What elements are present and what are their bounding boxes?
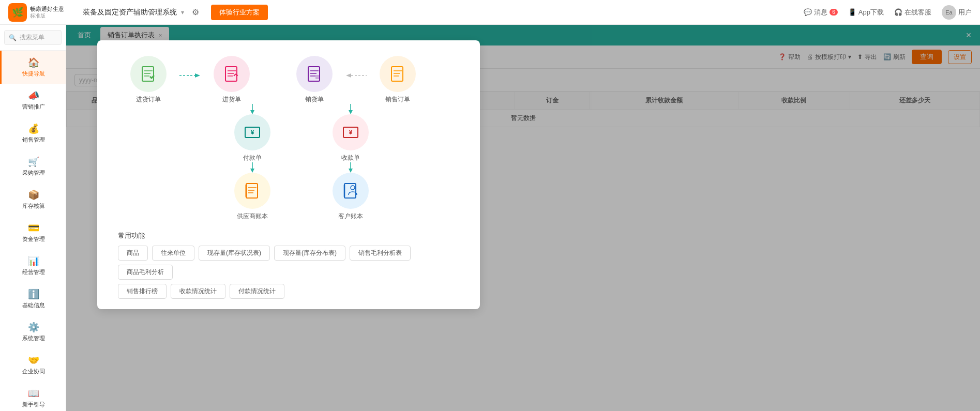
system-icon: ⚙️ — [28, 322, 39, 333]
workflow-top-row: 进货订单 — [118, 56, 428, 104]
purchase-icon: 🛒 — [28, 156, 39, 168]
common-functions-section: 常用功能 商品 往来单位 现存量(库存状况表) 现存量(库存分布表) 销售毛利分… — [118, 231, 459, 299]
svg-marker-5 — [195, 73, 200, 78]
supplier-ledger-circle — [234, 173, 270, 209]
workflow-middle-row: ¥ 付款单 ¥ — [118, 114, 428, 162]
wf-supplier-ledger[interactable]: 供应商账本 — [216, 173, 289, 221]
wf-payment-slip[interactable]: ¥ 付款单 — [216, 114, 289, 162]
nav-label-guide: 新手引导 — [22, 401, 45, 408]
sidebar-search: 🔍 搜索菜单 — [0, 25, 66, 51]
sidebar-item-system[interactable]: ⚙️ 系统管理 — [0, 315, 66, 348]
payment-slip-label: 付款单 — [243, 154, 262, 162]
svg-marker-32 — [349, 169, 353, 173]
guide-icon: 📖 — [28, 388, 39, 399]
purchase-receipt-label: 进货单 — [222, 95, 241, 104]
message-badge: 6 — [830, 9, 838, 16]
logo-area: 🌿 畅康通好生意 标准版 — [8, 3, 74, 22]
purchase-order-circle — [130, 56, 167, 92]
sidebar-item-inventory[interactable]: 📦 库存核算 — [0, 183, 66, 216]
workflow-layout: 进货订单 — [118, 56, 428, 221]
down-arrow-icon-3 — [249, 162, 255, 173]
common-btn-stock-status[interactable]: 现存量(库存状况表) — [199, 246, 270, 261]
purchase-order-label: 进货订单 — [136, 95, 161, 104]
nav-label-inventory: 库存核算 — [22, 202, 45, 210]
wf-receipt-slip[interactable]: ¥ 收款单 — [314, 114, 387, 162]
svg-rect-40 — [343, 185, 345, 197]
user-menu[interactable]: Ea 用户 — [942, 5, 972, 20]
svg-rect-0 — [142, 67, 154, 81]
svg-rect-37 — [245, 185, 247, 197]
svg-text:¥: ¥ — [251, 129, 254, 136]
svg-point-39 — [351, 186, 355, 190]
common-btn-sales-rank[interactable]: 销售排行榜 — [118, 284, 167, 299]
nav-label-finance: 资金管理 — [22, 235, 45, 243]
sidebar: 🔍 搜索菜单 🏠 快捷导航 📣 营销推广 💰 销售管理 🛒 — [0, 25, 66, 411]
sidebar-item-finance[interactable]: 💳 资金管理 — [0, 216, 66, 249]
nav-label-purchase: 采购管理 — [22, 169, 45, 177]
common-btn-receipt-stat[interactable]: 收款情况统计 — [171, 284, 225, 299]
svg-marker-24 — [349, 110, 353, 114]
common-btn-goods[interactable]: 商品 — [118, 246, 148, 261]
quick-nav-modal: 进货订单 — [97, 40, 480, 309]
svg-rect-17 — [391, 67, 403, 81]
message-btn[interactable]: 💬 消息 6 — [804, 8, 838, 17]
common-btn-sales-profit[interactable]: 销售毛利分析表 — [350, 246, 411, 261]
receipt-slip-circle: ¥ — [333, 114, 369, 150]
headset-icon: 🎧 — [894, 8, 902, 16]
common-btn-stock-dist[interactable]: 现存量(库存分布表) — [274, 246, 345, 261]
online-service-btn[interactable]: 🎧 在线客服 — [894, 8, 931, 17]
sidebar-nav: 🏠 快捷导航 📣 营销推广 💰 销售管理 🛒 采购管理 📦 库存核 — [0, 51, 66, 411]
common-btn-contacts[interactable]: 往来单位 — [152, 246, 194, 261]
sidebar-item-quick-nav[interactable]: 🏠 快捷导航 — [0, 51, 66, 84]
top-right-area: 💬 消息 6 📱 App下载 🎧 在线客服 Ea 用户 — [804, 5, 972, 20]
sales-receipt-label: 销货单 — [305, 95, 324, 104]
workflow-bottom-row: 供应商账本 — [118, 173, 428, 221]
wf-sales-receipt[interactable]: 销货单 — [284, 56, 345, 104]
workflow-down-arrows-2 — [118, 162, 428, 173]
nav-label-quick-nav: 快捷导航 — [22, 70, 45, 78]
settings-icon[interactable]: ⚙ — [188, 5, 203, 20]
wf-purchase-receipt[interactable]: 进货单 — [201, 56, 262, 104]
sidebar-item-sales[interactable]: 💰 销售管理 — [0, 117, 66, 150]
purchase-order-icon — [139, 65, 158, 83]
down-arrow-payment — [216, 162, 289, 173]
nav-label-system: 系统管理 — [22, 334, 45, 342]
sales-order-label: 销售订单 — [385, 95, 410, 104]
wf-customer-ledger[interactable]: 客户账本 — [314, 173, 387, 221]
sidebar-item-marketing[interactable]: 📣 营销推广 — [0, 84, 66, 117]
sidebar-item-purchase[interactable]: 🛒 采购管理 — [0, 150, 66, 183]
customer-ledger-circle — [333, 173, 369, 209]
sales-receipt-circle — [296, 56, 333, 92]
marketing-icon: 📣 — [28, 90, 39, 101]
basic-icon: ℹ️ — [28, 288, 39, 300]
wf-sales-order[interactable]: 销售订单 — [367, 56, 428, 104]
operation-icon: 📊 — [28, 255, 39, 267]
dropdown-icon[interactable]: ▾ — [181, 9, 184, 16]
common-btn-payment-stat[interactable]: 付款情况统计 — [230, 284, 284, 299]
logo-icon: 🌿 — [8, 3, 27, 22]
sidebar-item-collab[interactable]: 🤝 企业协同 — [0, 348, 66, 382]
common-functions-title: 常用功能 — [118, 231, 459, 240]
nav-label-sales: 销售管理 — [22, 136, 45, 144]
phone-icon: 📱 — [848, 8, 856, 16]
arrow-left-dashed-1 — [346, 72, 367, 79]
wf-purchase-order[interactable]: 进货订单 — [118, 56, 179, 104]
nav-label-collab: 企业协同 — [22, 368, 45, 375]
sidebar-item-guide[interactable]: 📖 新手引导 — [0, 382, 66, 411]
arrow-1 — [179, 72, 201, 79]
purchase-receipt-circle — [214, 56, 250, 92]
search-menu-btn[interactable]: 🔍 搜索菜单 — [4, 30, 62, 45]
sidebar-item-operation[interactable]: 📊 经营管理 — [0, 249, 66, 282]
sidebar-item-basic[interactable]: ℹ️ 基础信息 — [0, 282, 66, 315]
app-download-btn[interactable]: 📱 App下载 — [848, 8, 884, 17]
modal-overlay[interactable]: 进货订单 — [66, 25, 980, 411]
experience-btn[interactable]: 体验行业方案 — [211, 5, 268, 20]
common-functions-row-2: 销售排行榜 收款情况统计 付款情况统计 — [118, 284, 459, 299]
message-icon: 💬 — [804, 8, 812, 16]
workflow-down-arrows — [118, 104, 428, 114]
down-arrow-receipt — [314, 162, 387, 173]
payment-slip-icon: ¥ — [243, 123, 262, 142]
sales-icon: 💰 — [28, 123, 39, 134]
common-btn-goods-profit[interactable]: 商品毛利分析 — [118, 265, 173, 280]
svg-marker-30 — [250, 169, 254, 173]
